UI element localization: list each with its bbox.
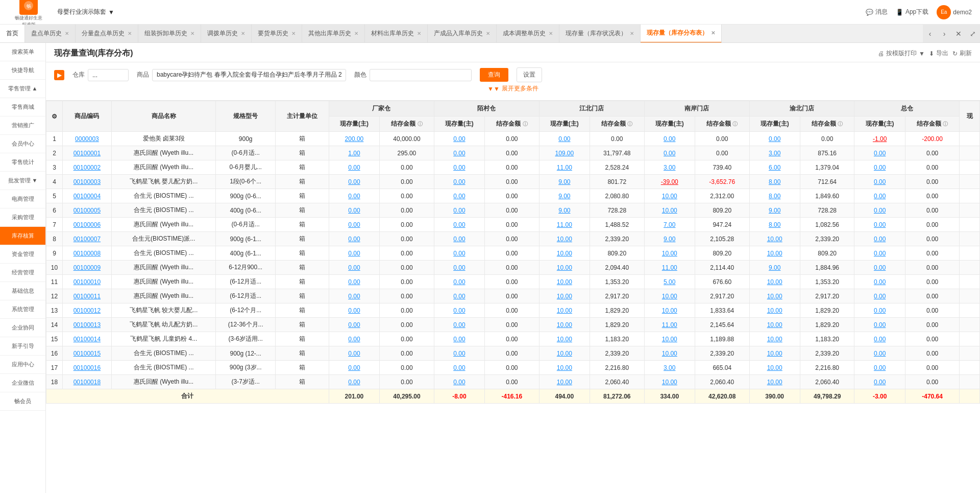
- qty-link[interactable]: 10.00: [557, 336, 572, 343]
- info-icon[interactable]: ⓘ: [943, 121, 948, 127]
- qty-link[interactable]: 0.00: [874, 164, 886, 171]
- qty-link[interactable]: 0.00: [348, 293, 360, 300]
- code-link[interactable]: 00100001: [74, 150, 101, 157]
- qty-link[interactable]: 10.00: [557, 236, 572, 243]
- code-link[interactable]: 00100016: [74, 364, 101, 371]
- qty-link[interactable]: 0.00: [348, 164, 360, 171]
- qty-link[interactable]: 10.00: [557, 379, 572, 386]
- qty-link[interactable]: 0.00: [453, 250, 465, 257]
- code-link[interactable]: 00100004: [74, 193, 101, 200]
- qty-link[interactable]: 10.00: [662, 379, 677, 386]
- qty-link[interactable]: 10.00: [662, 293, 677, 300]
- tab-close-icon[interactable]: ✕: [417, 31, 421, 36]
- sidebar-item-retail-mgmt[interactable]: 零售管理 ▲: [0, 80, 45, 98]
- sidebar-item-collab[interactable]: 企业协同: [0, 319, 45, 337]
- qty-link[interactable]: 0.00: [453, 207, 465, 214]
- qty-link[interactable]: 0.00: [453, 236, 465, 243]
- qty-link[interactable]: 0.00: [348, 350, 360, 357]
- qty-link[interactable]: 10.00: [662, 350, 677, 357]
- code-link[interactable]: 00100002: [74, 164, 101, 171]
- code-link[interactable]: 00100011: [74, 293, 101, 300]
- qty-link[interactable]: -39.00: [661, 178, 678, 185]
- qty-link[interactable]: 0.00: [348, 178, 360, 185]
- qty-link[interactable]: 0.00: [453, 164, 465, 171]
- qty-link[interactable]: 11.00: [662, 321, 677, 328]
- qty-link[interactable]: 0.00: [769, 135, 780, 143]
- qty-link[interactable]: 10.00: [767, 379, 782, 386]
- qty-link[interactable]: 8.00: [769, 193, 780, 200]
- qty-link[interactable]: 10.00: [662, 336, 677, 343]
- tab-transfer[interactable]: 调拨单历史 ✕: [201, 25, 252, 43]
- qty-link[interactable]: 9.00: [558, 207, 570, 214]
- tab-material-out[interactable]: 材料出库单历史 ✕: [365, 25, 428, 43]
- qty-link[interactable]: 0.00: [348, 307, 360, 314]
- qty-link[interactable]: 0.00: [874, 350, 886, 357]
- tab-close-icon[interactable]: ✕: [354, 31, 358, 36]
- qty-link[interactable]: 0.00: [348, 250, 360, 257]
- tab-prev-btn[interactable]: ‹: [923, 25, 937, 43]
- qty-link[interactable]: 11.00: [557, 164, 572, 171]
- qty-link[interactable]: 10.00: [557, 293, 572, 300]
- qty-link[interactable]: 0.00: [348, 236, 360, 243]
- qty-link[interactable]: 10.00: [767, 236, 782, 243]
- tab-expand-btn[interactable]: ⤢: [966, 25, 980, 43]
- qty-link[interactable]: 0.00: [874, 221, 886, 228]
- goods-input[interactable]: [152, 69, 346, 81]
- qty-link[interactable]: 10.00: [767, 350, 782, 357]
- sidebar-item-management[interactable]: 经营管理: [0, 264, 45, 282]
- qty-link[interactable]: 0.00: [453, 264, 465, 271]
- expand-row[interactable]: ▼▼ 展开更多条件: [54, 82, 972, 95]
- refresh-btn[interactable]: ↻ 刷新: [952, 49, 972, 58]
- qty-link[interactable]: 10.00: [557, 307, 572, 314]
- qty-link[interactable]: 9.00: [558, 193, 570, 200]
- qty-link[interactable]: 9.00: [769, 207, 780, 214]
- qty-link[interactable]: 0.00: [874, 293, 886, 300]
- qty-link[interactable]: 0.00: [348, 336, 360, 343]
- qty-link[interactable]: 0.00: [874, 236, 886, 243]
- code-link[interactable]: 00100003: [74, 178, 101, 185]
- print-btn[interactable]: 🖨 按模版打印 ▼: [878, 49, 925, 58]
- sidebar-item-guide[interactable]: 新手引导: [0, 337, 45, 356]
- tab-close-icon[interactable]: ✕: [711, 30, 715, 36]
- info-icon[interactable]: ⓘ: [838, 121, 843, 127]
- code-link[interactable]: 00100018: [74, 379, 101, 386]
- code-link[interactable]: 00100006: [74, 221, 101, 228]
- qty-link[interactable]: 0.00: [558, 135, 570, 143]
- qty-link[interactable]: 0.00: [874, 207, 886, 214]
- qty-link[interactable]: 0.00: [664, 150, 675, 157]
- qty-link[interactable]: 10.00: [662, 207, 677, 214]
- qty-link[interactable]: 7.00: [664, 221, 675, 228]
- qty-link[interactable]: 0.00: [874, 307, 886, 314]
- code-link[interactable]: 00100015: [74, 350, 101, 357]
- tab-close-icon[interactable]: ✕: [190, 31, 194, 36]
- qty-link[interactable]: 0.00: [348, 379, 360, 386]
- info-icon[interactable]: ⓘ: [732, 121, 738, 127]
- th-settings[interactable]: ⚙: [46, 101, 63, 132]
- qty-link[interactable]: 0.00: [874, 150, 886, 157]
- qty-link[interactable]: 10.00: [767, 336, 782, 343]
- qty-link[interactable]: 0.00: [348, 193, 360, 200]
- qty-link[interactable]: 0.00: [348, 207, 360, 214]
- collapse-btn[interactable]: ▶: [54, 70, 64, 80]
- qty-link[interactable]: -1.00: [873, 135, 887, 143]
- info-icon[interactable]: ⓘ: [418, 121, 423, 127]
- qty-link[interactable]: 6.00: [769, 164, 780, 171]
- sidebar-item-purchase[interactable]: 采购管理: [0, 208, 45, 227]
- qty-link[interactable]: 0.00: [453, 150, 465, 157]
- sidebar-item-member2[interactable]: 畅会员: [0, 392, 45, 411]
- qty-link[interactable]: 0.00: [348, 321, 360, 328]
- code-link[interactable]: 00100013: [74, 321, 101, 328]
- qty-link[interactable]: 0.00: [348, 221, 360, 228]
- qty-link[interactable]: 0.00: [874, 379, 886, 386]
- qty-link[interactable]: 10.00: [557, 278, 572, 286]
- qty-link[interactable]: 8.00: [769, 178, 780, 185]
- qty-link[interactable]: 8.00: [769, 221, 780, 228]
- qty-link[interactable]: 0.00: [453, 379, 465, 386]
- qty-link[interactable]: 10.00: [767, 250, 782, 257]
- tab-next-btn[interactable]: ›: [937, 25, 951, 43]
- tab-cost-adjust[interactable]: 成本调整单历史 ✕: [497, 25, 559, 43]
- sidebar-item-nav[interactable]: 快捷导航: [0, 61, 45, 80]
- app-download-btn[interactable]: 📱 App下载: [896, 8, 928, 16]
- warehouse-input[interactable]: [88, 69, 129, 81]
- qty-link[interactable]: 0.00: [453, 321, 465, 328]
